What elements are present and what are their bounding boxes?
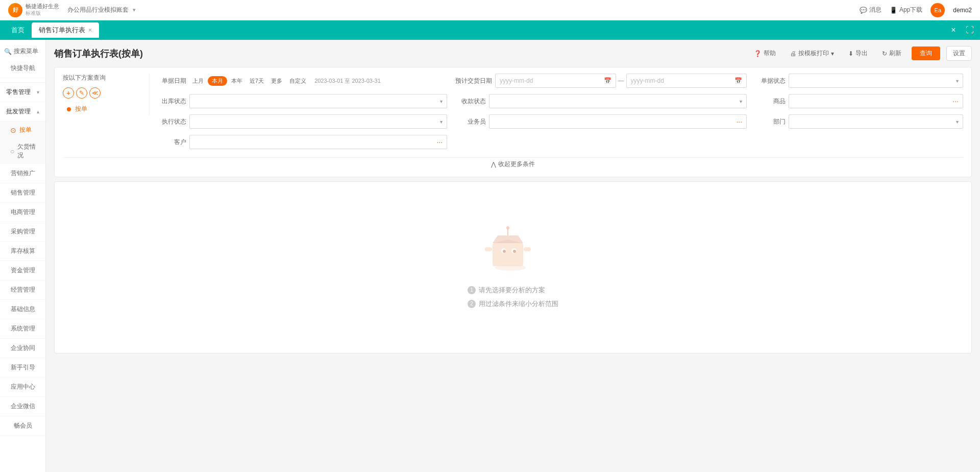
sidebar-item-basic[interactable]: 基础信息 xyxy=(0,300,45,319)
filter-body: 按以下方案查询 + ✎ ≪ 按单 xyxy=(63,74,963,155)
filter-field-date: 单据日期 上月 本月 本年 近7天 更多 自定义 2023-03-01 至 20… xyxy=(156,76,447,86)
salesperson-label: 业务员 xyxy=(455,117,486,126)
date-quick-buttons: 上月 本月 本年 近7天 更多 自定义 xyxy=(189,76,309,86)
date-btn-this-year[interactable]: 本年 xyxy=(228,76,246,86)
page-content: 销售订单执行表(按单) ❓ 帮助 🖨 按模板打印 ▾ ⬇ 导出 xyxy=(46,40,980,360)
sidebar: 🔍 搜索菜单 快捷导航 零售管理 ▾ 批发管理 ▴ ⊙ 按单 ○ 欠货情况 营销… xyxy=(0,40,46,472)
sidebar-subitem-debt[interactable]: ○ 欠货情况 xyxy=(0,138,45,164)
tab-home[interactable]: 首页 xyxy=(4,22,32,38)
message-action[interactable]: 💬 消息 xyxy=(860,6,881,14)
sidebar-item-wechat[interactable]: 企业微信 xyxy=(0,397,45,416)
sidebar-top: 🔍 搜索菜单 快捷导航 xyxy=(0,40,45,83)
filter-row-4: 客户 ··· xyxy=(156,135,963,149)
date-btn-last-month[interactable]: 上月 xyxy=(189,76,207,86)
expected-date-start[interactable]: yyyy-mm-dd 📅 xyxy=(495,74,616,88)
sidebar-item-member[interactable]: 畅会员 xyxy=(0,416,45,436)
sidebar-item-ecommerce[interactable]: 电商管理 xyxy=(0,203,45,222)
sidebar-item-marketing[interactable]: 营销推广 xyxy=(0,164,45,183)
expected-date-end[interactable]: yyyy-mm-dd 📅 xyxy=(626,74,747,88)
print-button[interactable]: 🖨 按模板打印 ▾ xyxy=(786,47,838,60)
svg-rect-6 xyxy=(485,247,492,251)
sidebar-item-wholesale[interactable]: 批发管理 ▴ xyxy=(0,102,45,122)
svg-point-9 xyxy=(506,226,509,229)
logo-area: 好 畅捷通好生意 标准版 xyxy=(8,3,59,17)
payment-select[interactable]: ▾ xyxy=(489,94,747,108)
member-label: 畅会员 xyxy=(14,421,32,430)
scheme-dot-icon xyxy=(67,107,71,111)
svg-rect-1 xyxy=(493,243,523,266)
app-download-action[interactable]: 📱 App下载 xyxy=(890,6,922,14)
edit-scheme-button[interactable]: ✎ xyxy=(76,87,87,99)
filter-panel: 按以下方案查询 + ✎ ≪ 按单 xyxy=(54,67,972,177)
date-label: 单据日期 xyxy=(156,77,186,85)
salesperson-select[interactable]: ··· xyxy=(489,114,747,129)
scheme-name: 按单 xyxy=(75,105,87,113)
quick-nav-label: 快捷导航 xyxy=(11,64,35,73)
scheme-item-order[interactable]: 按单 xyxy=(63,103,143,115)
refresh-label: 刷新 xyxy=(889,49,901,58)
sidebar-item-retail[interactable]: 零售管理 ▾ xyxy=(0,83,45,102)
sidebar-item-app-center[interactable]: 应用中心 xyxy=(0,377,45,397)
app-name: 畅捷通好生意 xyxy=(26,3,59,10)
customer-select[interactable]: ··· xyxy=(189,135,447,149)
product-more-icon[interactable]: ··· xyxy=(952,97,959,105)
export-label: 导出 xyxy=(855,49,868,58)
sidebar-item-purchase[interactable]: 采购管理 xyxy=(0,222,45,242)
doc-status-arrow-icon: ▾ xyxy=(956,78,959,84)
sidebar-wholesale-label: 批发管理 xyxy=(6,107,31,116)
tab-fullscreen-icon[interactable]: ⛶ xyxy=(964,24,976,36)
sidebar-item-quick-nav[interactable]: 快捷导航 xyxy=(0,59,45,78)
product-select[interactable]: ··· xyxy=(789,94,963,108)
customer-more-icon[interactable]: ··· xyxy=(436,138,443,146)
date-btn-7days[interactable]: 近7天 xyxy=(247,76,267,86)
sidebar-item-finance[interactable]: 资金管理 xyxy=(0,261,45,280)
salesperson-more-icon[interactable]: ··· xyxy=(736,117,742,126)
sales-label: 销售管理 xyxy=(11,188,35,197)
sidebar-item-guide[interactable]: 新手引导 xyxy=(0,358,45,377)
industry-dropdown[interactable]: ▾ xyxy=(133,7,136,13)
sidebar-item-enterprise[interactable]: 企业协同 xyxy=(0,339,45,358)
basic-label: 基础信息 xyxy=(11,305,35,314)
tab-sales-order[interactable]: 销售订单执行表 × xyxy=(32,22,99,38)
scheme-header: 按以下方案查询 xyxy=(63,74,143,82)
avatar[interactable]: Ea xyxy=(930,3,945,17)
sidebar-subitem-order[interactable]: ⊙ 按单 xyxy=(0,122,45,138)
svg-rect-7 xyxy=(524,247,531,251)
filter-field-payment: 收款状态 ▾ xyxy=(455,94,747,108)
sidebar-item-inventory[interactable]: 库存核算 xyxy=(0,242,45,261)
collapse-button[interactable]: ⋀ 收起更多条件 xyxy=(491,160,535,169)
help-label: 帮助 xyxy=(764,49,776,58)
query-button[interactable]: 查询 xyxy=(912,46,940,60)
delivery-select[interactable]: ▾ xyxy=(189,94,447,108)
date-btn-this-month[interactable]: 本月 xyxy=(208,76,227,86)
doc-status-select[interactable]: ▾ xyxy=(789,74,963,88)
filter-field-customer: 客户 ··· xyxy=(156,135,447,149)
date-separator: — xyxy=(618,77,624,84)
export-icon: ⬇ xyxy=(848,50,853,57)
date-btn-custom[interactable]: 自定义 xyxy=(286,76,309,86)
sidebar-item-system[interactable]: 系统管理 xyxy=(0,319,45,339)
payment-arrow-icon: ▾ xyxy=(740,99,742,104)
exec-select[interactable]: ▾ xyxy=(189,114,447,129)
tip-text-1: 请先选择要分析的方案 xyxy=(479,284,545,296)
export-button[interactable]: ⬇ 导出 xyxy=(844,47,872,60)
refresh-button[interactable]: ↻ 刷新 xyxy=(878,47,905,60)
settings-button[interactable]: 设置 xyxy=(946,46,972,61)
date-range-text: 2023-03-01 至 2023-03-31 xyxy=(314,77,381,85)
sidebar-item-sales[interactable]: 销售管理 xyxy=(0,183,45,203)
delivery-label: 出库状态 xyxy=(156,97,186,106)
sidebar-item-operation[interactable]: 经营管理 xyxy=(0,280,45,300)
app-download-icon: 📱 xyxy=(890,7,897,14)
tab-close-icon[interactable]: × xyxy=(88,27,92,34)
help-button[interactable]: ❓ 帮助 xyxy=(750,47,780,60)
help-icon: ❓ xyxy=(754,50,762,57)
department-select[interactable]: ▾ xyxy=(789,114,963,129)
svg-point-4 xyxy=(503,250,506,253)
sidebar-search[interactable]: 🔍 搜索菜单 xyxy=(0,44,45,59)
date-btn-more[interactable]: 更多 xyxy=(268,76,285,86)
sidebar-retail-label: 零售管理 xyxy=(6,88,31,97)
collapse-scheme-button[interactable]: ≪ xyxy=(89,87,101,99)
add-scheme-button[interactable]: + xyxy=(63,87,74,99)
department-label: 部门 xyxy=(755,117,786,126)
tab-close-window-icon[interactable]: × xyxy=(947,24,960,36)
